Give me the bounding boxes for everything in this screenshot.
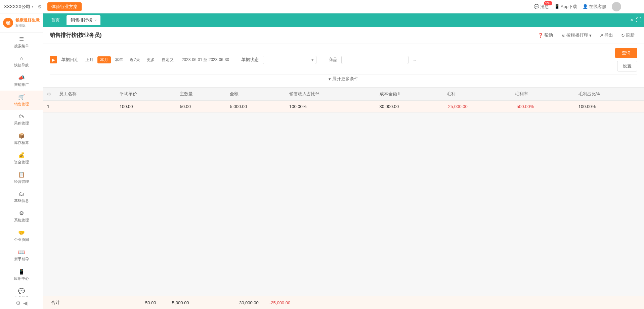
goods-label: 商品 (329, 57, 337, 63)
refresh-button[interactable]: ↻ 刷新 (618, 31, 637, 40)
gear-icon[interactable]: ⚙ (38, 4, 42, 9)
collab-icon: 🤝 (18, 229, 25, 236)
date-tab-7days[interactable]: 近7天 (127, 56, 143, 63)
sidebar-item-inventory[interactable]: 📦 库存核算 (0, 129, 43, 149)
cell-cost-amount: 30,000.00 (376, 101, 443, 113)
trial-button[interactable]: 体验行业方案 (47, 2, 82, 11)
print-button[interactable]: 🖨 按模板打印 ▾ (558, 31, 594, 40)
help-button[interactable]: ❓ 帮助 (535, 31, 556, 40)
filter-row: ▶ 单据日期 上月 本月 本年 近7天 更多 自定义 2023-06-01 至 … (50, 48, 637, 71)
date-tab-this-month[interactable]: 本月 (97, 56, 111, 63)
message-button[interactable]: 💬 消息 99+ (534, 4, 549, 10)
footer-label: 合计 (47, 300, 114, 306)
tab-home[interactable]: 首页 (46, 15, 65, 25)
settings-bottom-icon[interactable]: ⚙ (16, 300, 20, 306)
guide-icon: 📖 (18, 249, 25, 255)
inventory-icon: 📦 (18, 133, 25, 139)
avatar[interactable] (612, 2, 621, 11)
sidebar-items: ☰ 搜索菜单 ⌂ 快捷导航 📣 营销推广 🛒 销售管理 🛍 采购管理 📦 库 (0, 33, 43, 297)
sidebar-item-label: 新手引导 (14, 257, 29, 262)
company-name: XXXXXX公司 (4, 4, 30, 10)
logo-text: 畅康通好生意 (15, 18, 40, 23)
content-area: 首页 销售排行榜 × × ⛶ 销售排行榜(按业务员) ❓ 帮助 (43, 13, 644, 309)
sidebar-item-app-center[interactable]: 📱 应用中心 (0, 265, 43, 285)
query-button[interactable]: 查询 (615, 48, 637, 58)
footer-amount: 5,000.00 (168, 300, 198, 305)
collapse-sidebar-icon[interactable]: ◀ (23, 300, 27, 306)
message-badge: 99+ (544, 1, 552, 5)
tab-bar-right: × ⛶ (630, 17, 641, 23)
sidebar-item-enterprise-collab[interactable]: 🤝 企业协同 (0, 226, 43, 246)
sidebar-item-finance[interactable]: 💰 资金管理 (0, 149, 43, 168)
tab-close-icon[interactable]: × (94, 18, 96, 22)
col-sales-pct: 销售收入占比% (285, 88, 376, 101)
status-select-wrap (263, 56, 316, 64)
sidebar-item-label: 快捷导航 (14, 63, 29, 68)
close-window-icon[interactable]: × (630, 17, 633, 23)
sidebar-item-purchase-mgmt[interactable]: 🛍 采购管理 (0, 110, 43, 129)
expand-row: ▾ 展开更多条件 (50, 74, 637, 83)
cell-main-qty: 50.00 (176, 101, 226, 113)
sidebar-item-label: 采购管理 (14, 121, 29, 126)
top-right-actions: 💬 消息 99+ 📱 App下载 👤 在线客服 (534, 2, 640, 11)
settings-button[interactable]: 设置 (617, 61, 637, 71)
export-icon: ↗ (600, 33, 603, 38)
status-select[interactable] (263, 56, 316, 64)
logo-icon: 畅 (3, 17, 13, 28)
refresh-icon: ↻ (621, 33, 625, 38)
sidebar-item-system-mgmt[interactable]: ⚙ 系统管理 (0, 207, 43, 226)
cell-gross-profit: -25,000.00 (443, 101, 511, 113)
chevron-down-icon: ▾ (32, 4, 34, 9)
col-settings: ⚙ (43, 88, 55, 101)
app-icon: 📱 (554, 4, 560, 9)
footer-cost-amount: 30,000.00 (235, 300, 265, 305)
col-cost-amount: 成本全额 ℹ (376, 88, 443, 101)
sidebar-item-label: 搜索菜单 (14, 44, 29, 49)
page-actions: ❓ 帮助 🖨 按模板打印 ▾ ↗ 导出 ↻ 刷新 (535, 31, 637, 40)
sidebar-item-operations[interactable]: 📋 经营管理 (0, 168, 43, 188)
online-service-button[interactable]: 👤 在线客服 (583, 4, 606, 10)
col-name: 员工名称 (55, 88, 116, 101)
table-area: ⚙ 员工名称 平均单价 主数量 全额 销售收入占比% 成本全额 ℹ 毛利 毛利率… (43, 88, 644, 296)
finance-icon: 💰 (18, 152, 25, 158)
export-button[interactable]: ↗ 导出 (597, 31, 616, 40)
company-selector[interactable]: XXXXXX公司 ▾ (4, 4, 34, 10)
tab-bar: 首页 销售排行榜 × × ⛶ (43, 13, 644, 27)
cell-name (55, 101, 116, 113)
date-tab-more[interactable]: 更多 (144, 56, 158, 63)
filter-area: ▶ 单据日期 上月 本月 本年 近7天 更多 自定义 2023-06-01 至 … (43, 44, 644, 88)
fullscreen-icon[interactable]: ⛶ (636, 17, 641, 23)
sidebar-item-label: 资金管理 (14, 160, 29, 165)
sidebar-item-newbie-guide[interactable]: 📖 新手引导 (0, 246, 43, 265)
status-label: 单据状态 (241, 57, 259, 63)
sidebar-logo: 畅 畅康通好生意 标准版 (0, 13, 43, 33)
tab-sales-ranking[interactable]: 销售排行榜 × (67, 15, 100, 25)
date-tab-this-year[interactable]: 本年 (112, 56, 126, 63)
sidebar-item-enterprise-wechat[interactable]: 💬 企业微信 (0, 285, 43, 297)
cell-gross-rate: -500.00% (511, 101, 574, 113)
goods-more-button[interactable]: ... (413, 57, 416, 62)
sidebar-item-base-info[interactable]: 🗂 基础信息 (0, 188, 43, 207)
col-gross-pct: 毛利占比% (574, 88, 644, 101)
message-icon: 💬 (534, 4, 539, 9)
date-tab-last-month[interactable]: 上月 (83, 56, 96, 63)
date-tabs: 上月 本月 本年 近7天 更多 自定义 (83, 56, 176, 63)
service-icon: 👤 (583, 4, 588, 9)
footer-main-qty: 50.00 (141, 300, 168, 305)
print-icon: 🖨 (561, 33, 565, 38)
date-range-display: 2023-06-01 至 2023-06-30 (182, 57, 229, 63)
sidebar-item-label: 经营管理 (14, 179, 29, 184)
page-content: 销售排行榜(按业务员) ❓ 帮助 🖨 按模板打印 ▾ ↗ 导出 (43, 27, 644, 309)
app-download-button[interactable]: 📱 App下载 (554, 4, 577, 10)
table-row: 1 100.00 50.00 5,000.00 100.00% 30,000.0… (43, 101, 644, 113)
sidebar-item-sales-mgmt[interactable]: 🛒 销售管理 (0, 91, 43, 110)
sidebar-item-marketing[interactable]: 📣 营销推广 (0, 71, 43, 91)
filter-expand-arrow[interactable]: ▶ (50, 56, 57, 63)
goods-input[interactable] (341, 56, 409, 64)
column-settings-icon[interactable]: ⚙ (47, 92, 51, 97)
footer-gross-profit: -25,000.00 (265, 300, 299, 305)
sidebar-item-quick-nav[interactable]: ⌂ 快捷导航 (0, 52, 43, 71)
date-tab-custom[interactable]: 自定义 (159, 56, 176, 63)
expand-conditions-button[interactable]: ▾ 展开更多条件 (329, 76, 358, 82)
sidebar-item-search-order[interactable]: ☰ 搜索菜单 (0, 33, 43, 52)
